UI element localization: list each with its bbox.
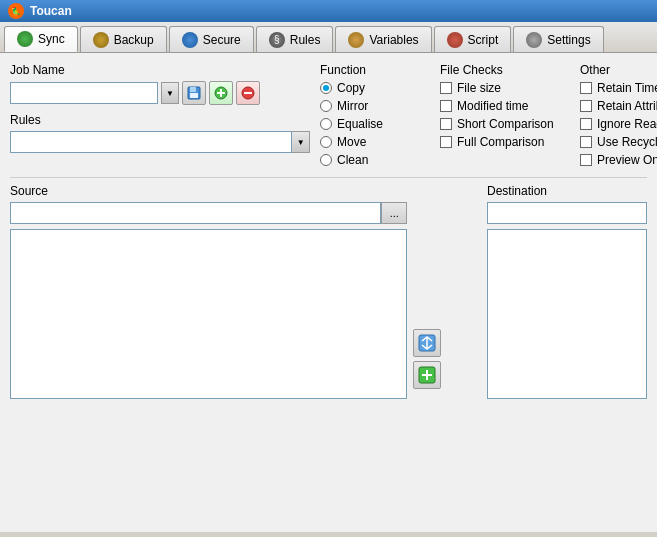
dest-label: Destination: [487, 184, 647, 198]
ignore-read-only-checkbox[interactable]: [580, 118, 592, 130]
short-comparison-label: Short Comparison: [457, 117, 554, 131]
retain-timestamps-label: Retain Timestamps: [597, 81, 657, 95]
file-size-label: File size: [457, 81, 501, 95]
mirror-label: Mirror: [337, 99, 368, 113]
modified-time-checkbox[interactable]: [440, 100, 452, 112]
main-content: Job Name ▼: [0, 53, 657, 532]
source-path-input[interactable]: [10, 202, 381, 224]
function-move[interactable]: Move: [320, 135, 430, 149]
file-size-check[interactable]: File size: [440, 81, 570, 95]
equalise-radio[interactable]: [320, 118, 332, 130]
middle-buttons: [407, 184, 447, 399]
short-comparison-checkbox[interactable]: [440, 118, 452, 130]
sync-button[interactable]: [413, 329, 441, 357]
tab-sync[interactable]: Sync: [4, 26, 78, 52]
source-label: Source: [10, 184, 407, 198]
source-browse-button[interactable]: ...: [381, 202, 407, 224]
clean-radio[interactable]: [320, 154, 332, 166]
file-size-checkbox[interactable]: [440, 82, 452, 94]
svg-rect-2: [190, 93, 198, 98]
app-title: Toucan: [30, 4, 72, 18]
remove-icon: [241, 86, 255, 100]
tab-rules[interactable]: § Rules: [256, 26, 334, 52]
remove-job-button[interactable]: [236, 81, 260, 105]
modified-time-label: Modified time: [457, 99, 528, 113]
rules-section: Rules ▼: [10, 113, 310, 153]
use-recycle-bin-check[interactable]: Use Recycle Bin: [580, 135, 657, 149]
retain-attributes-check[interactable]: Retain Attributes: [580, 99, 657, 113]
other-group: Retain Timestamps Retain Attributes Igno…: [580, 81, 657, 167]
rules-dropdown-row: ▼: [10, 131, 310, 153]
add-job-button[interactable]: [209, 81, 233, 105]
ignore-read-only-check[interactable]: Ignore Read-Only: [580, 117, 657, 131]
full-comparison-checkbox[interactable]: [440, 136, 452, 148]
tab-settings[interactable]: Settings: [513, 26, 603, 52]
preview-only-label: Preview Only Cha...: [597, 153, 657, 167]
job-section: Job Name ▼: [10, 63, 310, 167]
tab-rules-label: Rules: [290, 33, 321, 47]
clean-label: Clean: [337, 153, 368, 167]
tab-secure-label: Secure: [203, 33, 241, 47]
secure-tab-icon: [182, 32, 198, 48]
settings-tab-icon: [526, 32, 542, 48]
add-to-list-button[interactable]: [413, 361, 441, 389]
file-checks-section: File Checks File size Modified time Shor…: [440, 63, 570, 167]
tab-backup[interactable]: Backup: [80, 26, 167, 52]
tab-variables[interactable]: Variables: [335, 26, 431, 52]
script-tab-icon: [447, 32, 463, 48]
source-panel: Source ...: [10, 184, 407, 399]
copy-radio[interactable]: [320, 82, 332, 94]
use-recycle-bin-label: Use Recycle Bin: [597, 135, 657, 149]
source-input-row: ...: [10, 202, 407, 224]
move-label: Move: [337, 135, 366, 149]
function-clean[interactable]: Clean: [320, 153, 430, 167]
move-radio[interactable]: [320, 136, 332, 148]
equalise-label: Equalise: [337, 117, 383, 131]
source-dest-area: Source ...: [10, 184, 647, 399]
function-copy[interactable]: Copy: [320, 81, 430, 95]
job-dropdown-button[interactable]: ▼: [161, 82, 179, 104]
use-recycle-bin-checkbox[interactable]: [580, 136, 592, 148]
function-mirror[interactable]: Mirror: [320, 99, 430, 113]
function-equalise[interactable]: Equalise: [320, 117, 430, 131]
title-bar: 🦜 Toucan: [0, 0, 657, 22]
job-name-input[interactable]: [10, 82, 158, 104]
retain-timestamps-check[interactable]: Retain Timestamps: [580, 81, 657, 95]
retain-attributes-label: Retain Attributes: [597, 99, 657, 113]
dest-input-row: [487, 202, 647, 224]
app-icon: 🦜: [8, 3, 24, 19]
function-section: Function Copy Mirror Equalise Move: [320, 63, 430, 167]
other-label: Other: [580, 63, 657, 77]
browse-icon: ...: [390, 207, 399, 219]
rules-label: Rules: [10, 113, 310, 127]
dest-file-list[interactable]: [487, 229, 647, 399]
tab-backup-label: Backup: [114, 33, 154, 47]
mirror-radio[interactable]: [320, 100, 332, 112]
full-comparison-label: Full Comparison: [457, 135, 544, 149]
tab-script[interactable]: Script: [434, 26, 512, 52]
svg-rect-1: [190, 87, 196, 92]
save-icon: [187, 86, 201, 100]
source-file-list[interactable]: [10, 229, 407, 399]
retain-attributes-checkbox[interactable]: [580, 100, 592, 112]
file-checks-label: File Checks: [440, 63, 570, 77]
modified-time-check[interactable]: Modified time: [440, 99, 570, 113]
retain-timestamps-checkbox[interactable]: [580, 82, 592, 94]
save-button[interactable]: [182, 81, 206, 105]
short-comparison-check[interactable]: Short Comparison: [440, 117, 570, 131]
function-label: Function: [320, 63, 430, 77]
dest-panel: Destination: [487, 184, 647, 399]
other-section: Other Retain Timestamps Retain Attribute…: [580, 63, 657, 167]
dest-path-input[interactable]: [487, 202, 647, 224]
rules-dropdown[interactable]: [10, 131, 292, 153]
preview-only-check[interactable]: Preview Only Cha...: [580, 153, 657, 167]
tab-secure[interactable]: Secure: [169, 26, 254, 52]
preview-only-checkbox[interactable]: [580, 154, 592, 166]
ignore-read-only-label: Ignore Read-Only: [597, 117, 657, 131]
backup-tab-icon: [93, 32, 109, 48]
tab-settings-label: Settings: [547, 33, 590, 47]
add-icon: [214, 86, 228, 100]
rules-dropdown-button[interactable]: ▼: [292, 131, 310, 153]
tab-script-label: Script: [468, 33, 499, 47]
full-comparison-check[interactable]: Full Comparison: [440, 135, 570, 149]
